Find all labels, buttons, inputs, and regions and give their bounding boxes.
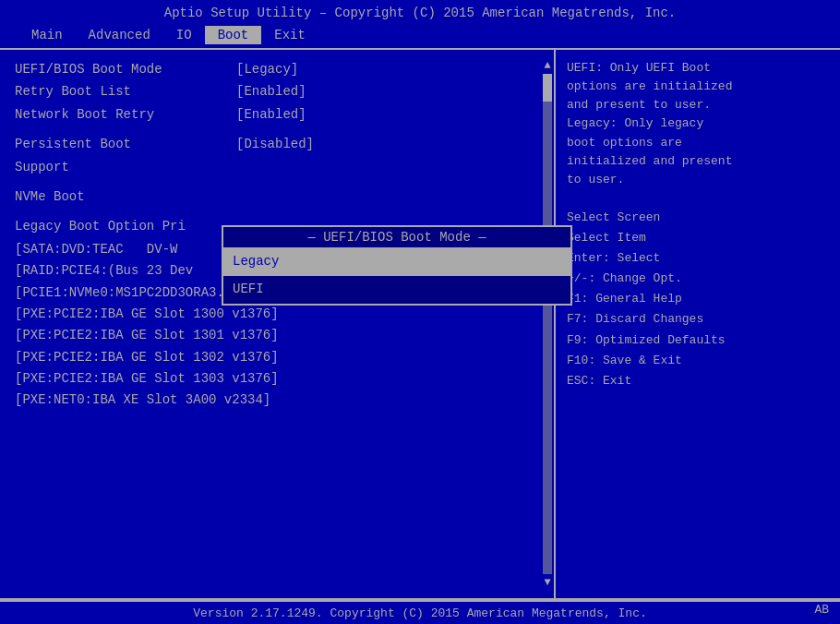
boot-item-7[interactable]: [PXE:PCIE2:IBA GE Slot 1303 v1376] [15,368,539,389]
left-panel: UEFI/BIOS Boot Mode [Legacy] Retry Boot … [0,50,554,598]
setting-label-legacy-priority: Legacy Boot Option Pri [15,216,236,236]
shortcut-enter: Enter: Select [567,248,829,269]
setting-row-persistent-boot: Persistent Boot [Disabled] [15,134,539,154]
shortcut-change-opt: +/-: Change Opt. [567,269,829,289]
desc-line-4: Legacy: Only legacy [567,114,829,133]
setting-value-persistent-boot[interactable]: [Disabled] [236,134,314,154]
bios-screen: Aptio Setup Utility – Copyright (C) 2015… [0,0,840,624]
setting-label-boot-mode: UEFI/BIOS Boot Mode [15,59,236,79]
shortcut-f10: F10: Save & Exit [567,351,829,371]
desc-line-6: initialized and present [567,152,829,171]
boot-item-5[interactable]: [PXE:PCIE2:IBA GE Slot 1301 v1376] [15,325,539,345]
setting-row-network-boot: Network Boot Retry [Enabled] [15,104,539,125]
dropdown-title: — UEFI/BIOS Boot Mode — [223,227,570,248]
main-area: UEFI/BIOS Boot Mode [Legacy] Retry Boot … [0,50,840,598]
menu-item-boot[interactable]: Boot [205,26,262,44]
menu-item-main[interactable]: Main [18,26,76,44]
setting-value-boot-mode[interactable]: [Legacy] [236,59,298,79]
footer: Version 2.17.1249. Copyright (C) 2015 Am… [0,600,840,624]
desc-line-7: to user. [567,171,829,189]
desc-line-3: and present to user. [567,96,829,114]
shortcut-select-item: Select Item [567,228,829,248]
desc-line-2: options are initialized [567,78,829,96]
setting-value-retry-boot[interactable]: [Enabled] [236,81,306,102]
menu-item-advanced[interactable]: Advanced [76,26,163,44]
menu-bar: Main Advanced IO Boot Exit [0,24,840,48]
dropdown-option-uefi[interactable]: UEFI [223,276,570,304]
shortcuts-section: Select Screen Select Item Enter: Select … [567,208,829,391]
setting-label-persistent-boot: Persistent Boot [15,134,236,154]
shortcut-f9: F9: Optimized Defaults [567,330,829,351]
right-panel: UEFI: Only UEFI Boot options are initial… [554,50,840,598]
title-text: Aptio Setup Utility – Copyright (C) 2015… [164,6,677,20]
scroll-arrow-down[interactable]: ▼ [544,576,550,589]
shortcut-f7: F7: Discard Changes [567,309,829,330]
shortcut-select-screen: Select Screen [567,208,829,228]
boot-item-8[interactable]: [PXE:NET0:IBA XE Slot 3A00 v2334] [15,390,539,410]
footer-text: Version 2.17.1249. Copyright (C) 2015 Am… [193,606,646,620]
setting-label-support: Support [15,157,236,177]
setting-row-retry-boot: Retry Boot List [Enabled] [15,81,539,102]
title-bar: Aptio Setup Utility – Copyright (C) 2015… [0,0,840,24]
desc-line-1: UEFI: Only UEFI Boot [567,59,829,78]
dropdown-modal: — UEFI/BIOS Boot Mode — Legacy UEFI [222,225,572,306]
setting-row-boot-mode: UEFI/BIOS Boot Mode [Legacy] [15,59,539,79]
setting-label-retry-boot: Retry Boot List [15,81,236,102]
setting-label-network-boot: Network Boot Retry [15,104,236,125]
setting-label-nvme: NVMe Boot [15,186,236,207]
boot-item-4[interactable]: [PXE:PCIE2:IBA GE Slot 1300 v1376] [15,304,539,324]
setting-value-network-boot[interactable]: [Enabled] [236,104,306,125]
scroll-arrow-up[interactable]: ▲ [544,59,550,72]
shortcut-esc: ESC: Exit [567,371,829,391]
shortcut-f1: F1: General Help [567,289,829,309]
setting-row-nvme: NVMe Boot [15,186,539,207]
setting-row-support: Support [15,157,539,177]
menu-item-io[interactable]: IO [163,26,205,44]
ab-badge: AB [814,603,829,617]
menu-item-exit[interactable]: Exit [261,26,318,44]
boot-item-6[interactable]: [PXE:PCIE2:IBA GE Slot 1302 v1376] [15,347,539,367]
desc-line-5: boot options are [567,134,829,152]
right-panel-description: UEFI: Only UEFI Boot options are initial… [567,59,829,189]
dropdown-option-legacy[interactable]: Legacy [223,248,570,276]
